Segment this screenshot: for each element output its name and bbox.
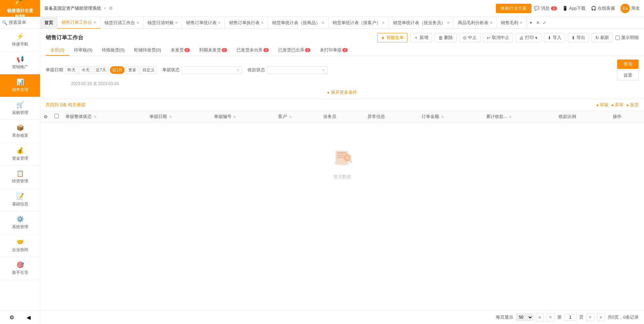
tab-sales-by-product[interactable]: 销货单统计表（按商品） ✕ (268, 17, 329, 29)
subtab-overdue-not-shipped[interactable]: 到期未发货0 (195, 45, 232, 56)
sort-number-icon[interactable]: ⇅ (233, 115, 236, 119)
expand-btn[interactable]: ▾ 展开更多条件 (327, 89, 357, 95)
subtab-shipped-out[interactable]: 已发货已出库0 (273, 45, 315, 56)
subtab-pending-check[interactable]: 待拣验货(0) (97, 45, 129, 56)
pagination: 每页显示 50 10 20 100 « < 第 页 > » 共0页，0条记录 (40, 310, 644, 324)
select-all-checkbox[interactable] (54, 114, 59, 118)
tab-close-sales-by-staff[interactable]: ✕ (447, 21, 449, 25)
cancel-stop-btn[interactable]: ↩ 取消中止 (483, 33, 513, 42)
sidebar-item-sales[interactable]: 📊 销售管理 (0, 74, 40, 97)
date-btn-custom[interactable]: 自定义 (140, 66, 157, 74)
settings-icon[interactable]: ⚙ (9, 314, 14, 321)
sidebar-item-marketing[interactable]: 📢 营销推广 (0, 51, 40, 74)
sort-customer-icon[interactable]: ⇅ (289, 115, 292, 119)
tab-sales-workbench[interactable]: 销售订单工作台 ✕ (57, 17, 100, 29)
message-btn[interactable]: 💬 消息 6 (534, 5, 557, 11)
smart-btn[interactable]: ★ 智能生单 (377, 33, 407, 42)
subtab-pending-review[interactable]: 待审核(0) (69, 45, 97, 56)
subtab-all[interactable]: 全部(0) (46, 45, 69, 56)
tab-cash-reconcile[interactable]: 钱货日清对账 ✕ (143, 17, 182, 29)
industry-btn[interactable]: 体验行业方案 (496, 4, 531, 13)
last-page-btn[interactable]: » (597, 313, 605, 321)
sidebar-item-purchase[interactable]: 🛒 采购管理 (0, 97, 40, 120)
sort-status-icon[interactable]: ⇅ (94, 115, 96, 119)
tab-more-btn[interactable]: ▾ (527, 17, 535, 29)
tab-close-sales-exec[interactable]: ✕ (261, 21, 264, 25)
finance-icon: 💰 (16, 147, 24, 154)
tab-close-cash-reconcile[interactable]: ✕ (175, 21, 178, 25)
tab-sales-exec[interactable]: 销售订单执行表 ✕ (225, 17, 268, 29)
subtab-not-shipped[interactable]: 未发货0 (166, 45, 195, 56)
refresh-btn[interactable]: ↻ 刷新 (592, 33, 613, 42)
current-page-input[interactable] (564, 314, 576, 321)
sidebar-search[interactable]: 🔍 搜索菜单 (0, 17, 40, 29)
sidebar-item-guide[interactable]: 🎯 新手引导 (0, 257, 40, 280)
sidebar-item-inventory[interactable]: 📦 库存核算 (0, 120, 40, 143)
ship-op-btn[interactable]: ● 发货 (626, 102, 639, 108)
tab-margin-analysis[interactable]: 商品毛利分析表 ✕ (454, 17, 497, 29)
settings-gear-icon[interactable]: ⚙ (109, 6, 113, 11)
tab-close-cash-daily[interactable]: ✕ (136, 21, 139, 25)
quick-nav-icon: ⚡ (16, 33, 24, 40)
filter-payment-select[interactable]: ▾ (267, 66, 328, 74)
subtab-wangpu-pending[interactable]: 旺铺待发货(0) (129, 45, 166, 56)
table-header-row: ⚙ 单据整体状态 ⇅ 单据日期 ⇅ 单据编号 (40, 111, 644, 123)
sort-amount-icon[interactable]: ⇅ (441, 115, 444, 119)
sidebar-item-enterprise[interactable]: 🤝 企业协同 (0, 234, 40, 257)
show-detail-label[interactable]: 显示明细 (615, 35, 639, 41)
date-btn-7days[interactable]: 近7天 (93, 66, 109, 74)
filter-status-select[interactable]: ▾ (182, 66, 242, 74)
subtab-shipped-not-out[interactable]: 已发货未出库0 (232, 45, 273, 56)
sidebar-item-finance[interactable]: 💰 资金管理 (0, 143, 40, 166)
tab-sales-by-staff[interactable]: 销货单统计表（按业务员） ✕ (389, 17, 454, 29)
tab-close-sales-stat[interactable]: ✕ (218, 21, 221, 25)
date-btn-yesterday[interactable]: 昨天 (65, 66, 78, 74)
tab-close-sales-workbench[interactable]: ✕ (93, 21, 96, 24)
first-page-btn[interactable]: « (536, 313, 544, 321)
export-btn[interactable]: ⬆ 导出 (568, 33, 589, 42)
sidebar-item-operations[interactable]: 📋 经营管理 (0, 166, 40, 189)
tab-sales-stat[interactable]: 销售订单统计表 ✕ (182, 17, 225, 29)
review-op-btn[interactable]: ● 审核 (596, 102, 608, 108)
tab-close-sales-by-customer[interactable]: ✕ (382, 21, 385, 25)
sort-collected-icon[interactable]: ⇅ (509, 115, 512, 119)
print-icon: 🖨 (519, 35, 524, 40)
tab-close-all-btn[interactable]: ✕ (535, 17, 541, 29)
subtab-not-printed[interactable]: 未打印单据0 (315, 45, 352, 56)
stop-btn[interactable]: ⊙ 中止 (459, 33, 480, 42)
setting-btn[interactable]: 设置 (617, 70, 639, 80)
sidebar-item-system[interactable]: ⚙️ 系统管理 (0, 211, 40, 234)
query-btn[interactable]: 查询 (617, 59, 639, 69)
tab-cash-daily[interactable]: 钱货日清工作台 ✕ (100, 17, 143, 29)
tab-close-sales-more[interactable]: ✕ (520, 21, 522, 25)
print-btn[interactable]: 🖨 打印 ▾ (516, 33, 541, 42)
date-btn-1month[interactable]: 近1月 (110, 66, 125, 74)
prev-page-btn[interactable]: < (547, 313, 555, 321)
tab-close-margin-analysis[interactable]: ✕ (490, 21, 492, 25)
next-page-btn[interactable]: > (586, 313, 594, 321)
date-btn-today[interactable]: 今天 (79, 66, 92, 74)
sidebar: 🍊 畅捷通好生意 标准版 🔍 搜索菜单 ⚡ 快捷导航 📢 营销推广 📊 销售管理… (0, 0, 40, 324)
page-size-select[interactable]: 50 10 20 100 (516, 314, 533, 321)
sort-date-icon[interactable]: ⇅ (169, 115, 172, 119)
import-btn[interactable]: ⬇ 导入 (544, 33, 565, 42)
show-detail-checkbox[interactable] (615, 36, 620, 40)
delete-btn[interactable]: 🗑 删除 (435, 33, 457, 42)
sidebar-item-basic[interactable]: 📝 基础信息 (0, 189, 40, 211)
date-btn-more[interactable]: 更多 (126, 66, 139, 74)
tab-close-sales-by-product[interactable]: ✕ (321, 21, 324, 25)
tab-home[interactable]: 首页 (40, 17, 57, 29)
th-check[interactable] (51, 111, 62, 123)
tab-expand-btn[interactable]: ⤢ (541, 17, 548, 29)
online-service-btn[interactable]: 🎧 在线客服 (591, 5, 615, 11)
tab-sales-more[interactable]: 销售毛利 ✕ (497, 17, 527, 29)
reject-op-btn[interactable]: ● 弃审 (611, 102, 624, 108)
tab-sales-by-customer[interactable]: 销货单统计表（按客户） ✕ (329, 17, 389, 29)
topbar-title: 装备及固定资产辅助管理系统 ▾ ⚙ (44, 5, 493, 11)
sidebar-item-quick-nav[interactable]: ⚡ 快捷导航 (0, 29, 40, 51)
table-wrapper[interactable]: ⚙ 单据整体状态 ⇅ 单据日期 ⇅ 单据编号 (40, 111, 644, 310)
add-btn[interactable]: ＋ 新增 (410, 33, 432, 42)
user-btn[interactable]: Ea 用友 (620, 4, 640, 13)
app-download-btn[interactable]: 📱 App下载 (562, 5, 586, 11)
collapse-icon[interactable]: ◀ (27, 314, 31, 321)
